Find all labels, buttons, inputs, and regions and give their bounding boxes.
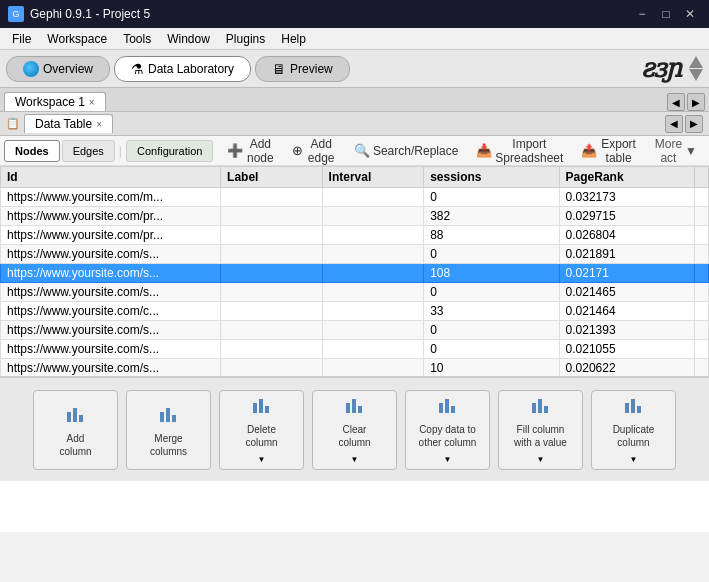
- cell-label: [221, 226, 323, 245]
- col-header-label[interactable]: Label: [221, 167, 323, 188]
- table-row[interactable]: https://www.yoursite.com/pr...3820.02971…: [1, 207, 709, 226]
- cell-label: [221, 207, 323, 226]
- menu-help[interactable]: Help: [273, 30, 314, 48]
- workspace-tabs: Workspace 1 × ◀ ▶: [0, 88, 709, 112]
- data-table-tab[interactable]: Data Table ×: [24, 114, 113, 133]
- workspace-tab-1[interactable]: Workspace 1 ×: [4, 92, 106, 111]
- svg-rect-18: [625, 403, 629, 413]
- cell-empty: [695, 226, 709, 245]
- table-row[interactable]: https://www.yoursite.com/m...00.032173: [1, 188, 709, 207]
- cell-label: [221, 283, 323, 302]
- data-lab-button[interactable]: ⚗ Data Laboratory: [114, 56, 251, 82]
- svg-rect-5: [172, 415, 176, 422]
- panel-tab-close[interactable]: ×: [96, 119, 102, 130]
- col-header-interval[interactable]: Interval: [322, 167, 424, 188]
- cell-id: https://www.yoursite.com/c...: [1, 302, 221, 321]
- minimize-button[interactable]: −: [631, 5, 653, 23]
- action-icon-6: [622, 393, 646, 417]
- action-btn-0[interactable]: Add column: [33, 390, 118, 470]
- cell-interval: [322, 226, 424, 245]
- panel-header: 📋 Data Table × ◀ ▶: [0, 112, 709, 136]
- action-icon-3: [343, 393, 367, 417]
- svg-rect-11: [358, 406, 362, 413]
- more-actions-button[interactable]: More act ▼: [647, 140, 705, 162]
- monitor-icon: 🖥: [272, 61, 286, 77]
- action-btn-1[interactable]: Merge columns: [126, 390, 211, 470]
- cell-id: https://www.yoursite.com/s...: [1, 359, 221, 377]
- panel-nav-right[interactable]: ▶: [685, 115, 703, 133]
- menu-tools[interactable]: Tools: [115, 30, 159, 48]
- action-btn-5[interactable]: Fill column with a value▼: [498, 390, 583, 470]
- table-row[interactable]: https://www.yoursite.com/s...00.021393: [1, 321, 709, 340]
- menu-window[interactable]: Window: [159, 30, 218, 48]
- import-icon: 📥: [476, 143, 492, 158]
- cell-empty: [695, 264, 709, 283]
- import-spreadsheet-button[interactable]: 📥 Import Spreadsheet: [468, 140, 571, 162]
- cell-id: https://www.yoursite.com/m...: [1, 188, 221, 207]
- action-icon-1: [157, 402, 181, 426]
- add-edge-button[interactable]: ⊕ Add edge: [284, 140, 344, 162]
- menu-plugins[interactable]: Plugins: [218, 30, 273, 48]
- svg-rect-12: [439, 403, 443, 413]
- cell-label: [221, 264, 323, 283]
- cell-interval: [322, 340, 424, 359]
- workspace-tab-close[interactable]: ×: [89, 97, 95, 108]
- cell-label: [221, 188, 323, 207]
- svg-rect-9: [346, 403, 350, 413]
- menu-bar: File Workspace Tools Window Plugins Help: [0, 28, 709, 50]
- export-icon: 📤: [581, 143, 597, 158]
- data-toolbar: Nodes Edges | Configuration ➕ Add node ⊕…: [0, 136, 709, 166]
- panel-tab-label: Data Table: [35, 117, 92, 131]
- edges-tab[interactable]: Edges: [62, 140, 115, 162]
- nodes-tab[interactable]: Nodes: [4, 140, 60, 162]
- workspace-nav-right[interactable]: ▶: [687, 93, 705, 111]
- overview-button[interactable]: Overview: [6, 56, 110, 82]
- globe-icon: [23, 61, 39, 77]
- table-row[interactable]: https://www.yoursite.com/s...100.020622: [1, 359, 709, 377]
- action-bar: Add column Merge columns Delete column▼ …: [0, 376, 709, 481]
- panel-nav-left[interactable]: ◀: [665, 115, 683, 133]
- action-btn-3[interactable]: Clear column▼: [312, 390, 397, 470]
- app-title: Gephi 0.9.1 - Project 5: [30, 7, 150, 21]
- col-header-pagerank[interactable]: PageRank: [559, 167, 694, 188]
- cell-id: https://www.yoursite.com/s...: [1, 321, 221, 340]
- cell-empty: [695, 340, 709, 359]
- cell-label: [221, 245, 323, 264]
- menu-file[interactable]: File: [4, 30, 39, 48]
- action-btn-6[interactable]: Duplicate column▼: [591, 390, 676, 470]
- close-button[interactable]: ✕: [679, 5, 701, 23]
- action-btn-4[interactable]: Copy data to other column▼: [405, 390, 490, 470]
- preview-button[interactable]: 🖥 Preview: [255, 56, 350, 82]
- action-btn-2[interactable]: Delete column▼: [219, 390, 304, 470]
- cell-sessions: 0: [424, 245, 559, 264]
- table-row[interactable]: https://www.yoursite.com/s...00.021891: [1, 245, 709, 264]
- table-row[interactable]: https://www.yoursite.com/s...1080.02171: [1, 264, 709, 283]
- search-replace-button[interactable]: 🔍 Search/Replace: [346, 140, 466, 162]
- export-table-button[interactable]: 📤 Export table: [573, 140, 644, 162]
- dropdown-arrow-4: ▼: [444, 455, 452, 465]
- cell-empty: [695, 302, 709, 321]
- cell-empty: [695, 283, 709, 302]
- maximize-button[interactable]: □: [655, 5, 677, 23]
- cell-label: [221, 359, 323, 377]
- data-table-container[interactable]: Id Label Interval sessions PageRank http…: [0, 166, 709, 376]
- action-label-1: Merge columns: [150, 432, 187, 458]
- table-row[interactable]: https://www.yoursite.com/s...00.021465: [1, 283, 709, 302]
- cell-interval: [322, 245, 424, 264]
- workspace-nav-left[interactable]: ◀: [667, 93, 685, 111]
- col-header-sessions[interactable]: sessions: [424, 167, 559, 188]
- menu-workspace[interactable]: Workspace: [39, 30, 115, 48]
- cell-interval: [322, 264, 424, 283]
- cell-pagerank: 0.026804: [559, 226, 694, 245]
- logo-arrow-down: [689, 69, 703, 81]
- action-icon-4: [436, 393, 460, 417]
- table-row[interactable]: https://www.yoursite.com/c...330.021464: [1, 302, 709, 321]
- table-row[interactable]: https://www.yoursite.com/pr...880.026804: [1, 226, 709, 245]
- configuration-button[interactable]: Configuration: [126, 140, 213, 162]
- table-row[interactable]: https://www.yoursite.com/s...00.021055: [1, 340, 709, 359]
- col-header-id[interactable]: Id: [1, 167, 221, 188]
- cell-interval: [322, 321, 424, 340]
- add-node-button[interactable]: ➕ Add node: [219, 140, 282, 162]
- gephi-logo: ƨɜɲ: [641, 53, 681, 84]
- cell-pagerank: 0.020622: [559, 359, 694, 377]
